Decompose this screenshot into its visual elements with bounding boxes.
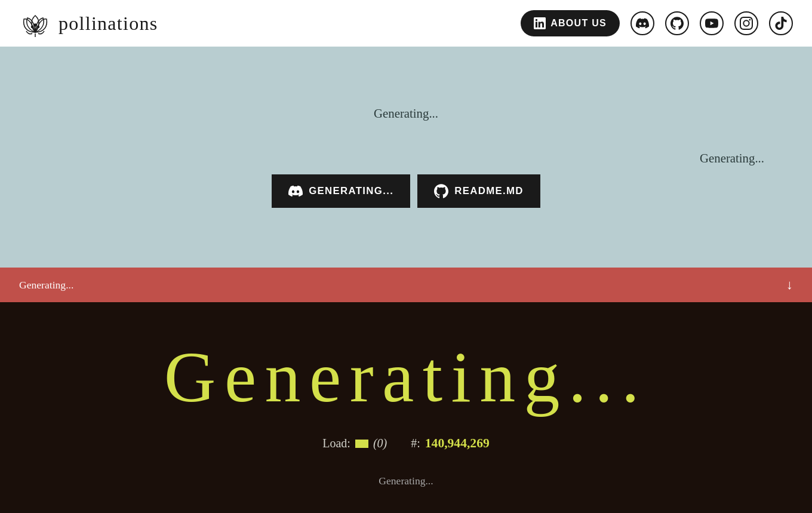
nav-area: ABOUT US — [521, 10, 793, 36]
big-generating-text: Generating... — [164, 338, 648, 417]
hero-section: Generating... Generating... GENERATING..… — [0, 47, 812, 268]
svg-point-2 — [38, 26, 39, 28]
load-stat: Load: (0) — [322, 437, 387, 450]
logo-icon — [19, 7, 51, 39]
github-icon — [670, 17, 684, 30]
hash-stat: #: 140,944,269 — [411, 436, 490, 451]
red-bar[interactable]: Generating... ↓ — [0, 268, 812, 302]
tiktok-social-button[interactable] — [769, 11, 793, 35]
linkedin-icon — [534, 17, 546, 29]
dark-section: Generating... Load: (0) #: 140,944,269 G… — [0, 302, 812, 513]
github-readme-button[interactable]: README.MD — [417, 174, 540, 208]
svg-point-0 — [34, 24, 36, 26]
hash-label: #: — [411, 437, 420, 450]
load-value: (0) — [373, 437, 387, 450]
generating-top-text: Generating... — [374, 106, 438, 121]
instagram-social-button[interactable] — [734, 11, 758, 35]
header: pollinations ABOUT US — [0, 0, 812, 47]
discord-generating-button[interactable]: GENERATING... — [272, 174, 410, 208]
youtube-social-button[interactable] — [700, 11, 724, 35]
logo-area: pollinations — [19, 7, 158, 39]
discord-btn-icon — [288, 184, 303, 198]
generating-bottom-text: Generating... — [379, 475, 433, 487]
generating-right-text: Generating... — [700, 151, 764, 165]
red-bar-label: Generating... — [19, 279, 73, 291]
hash-number: 140,944,269 — [425, 436, 490, 451]
logo-text: pollinations — [59, 13, 158, 35]
tiktok-icon — [774, 17, 788, 30]
discord-social-button[interactable] — [630, 11, 654, 35]
hero-buttons: GENERATING... README.MD — [272, 174, 540, 208]
about-us-button[interactable]: ABOUT US — [521, 10, 620, 36]
github-social-button[interactable] — [665, 11, 689, 35]
load-square-indicator — [355, 440, 368, 448]
github-btn-icon — [434, 184, 448, 198]
instagram-icon — [740, 17, 753, 30]
stats-row: Load: (0) #: 140,944,269 — [322, 436, 490, 451]
youtube-icon — [705, 17, 718, 30]
discord-icon — [636, 17, 649, 30]
red-bar-arrow: ↓ — [786, 277, 793, 293]
svg-point-1 — [32, 26, 33, 28]
load-label: Load: — [322, 437, 350, 450]
